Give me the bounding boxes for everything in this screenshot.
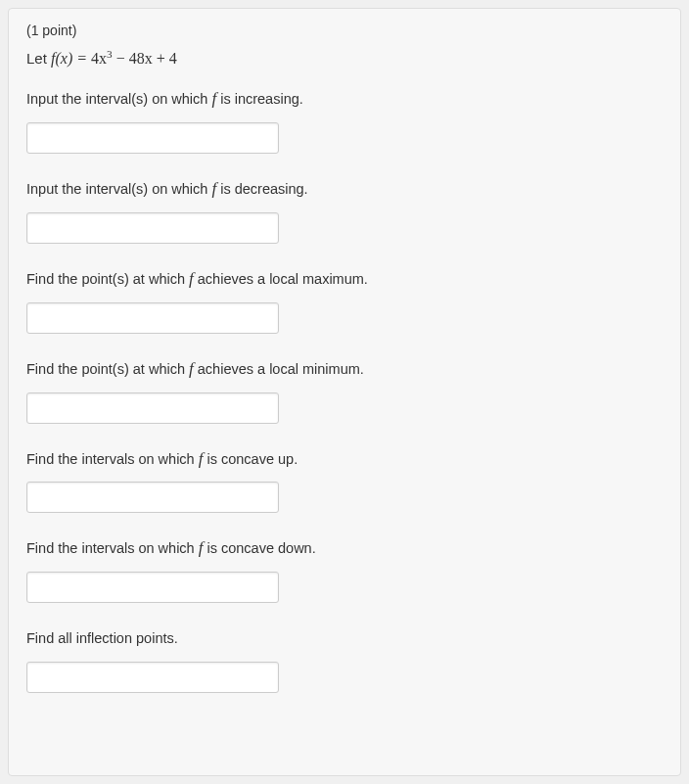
- input-row-inflection: [26, 662, 663, 693]
- prompt-local-min: Find the point(s) at which f achieves a …: [26, 357, 663, 381]
- answer-input-decreasing[interactable]: [26, 212, 279, 244]
- answer-input-increasing[interactable]: [26, 122, 279, 154]
- input-row-decreasing: [26, 212, 663, 244]
- input-row-local-min: [26, 392, 663, 424]
- input-row-concave-down: [26, 572, 663, 603]
- function-definition: Let f(x) = 4x3 − 48x + 4: [26, 48, 663, 68]
- let-text: Let: [26, 50, 51, 67]
- prompt-increasing: Input the interval(s) on which f is incr…: [26, 87, 663, 111]
- prompt-decreasing: Input the interval(s) on which f is decr…: [26, 177, 663, 201]
- answer-input-concave-down[interactable]: [26, 572, 279, 603]
- answer-input-inflection[interactable]: [26, 662, 279, 693]
- answer-input-local-max[interactable]: [26, 302, 279, 334]
- eq-rhs-b: − 48x + 4: [113, 50, 177, 67]
- answer-input-local-min[interactable]: [26, 392, 279, 424]
- points-label: (1 point): [26, 23, 663, 38]
- answer-input-concave-up[interactable]: [26, 482, 279, 513]
- prompt-local-max: Find the point(s) at which f achieves a …: [26, 267, 663, 291]
- input-row-concave-up: [26, 482, 663, 513]
- question-container: (1 point) Let f(x) = 4x3 − 48x + 4 Input…: [8, 8, 681, 776]
- prompt-inflection: Find all inflection points.: [26, 626, 663, 650]
- eq-rhs-a: 4x: [91, 50, 107, 67]
- eq-lhs: f(x) =: [51, 50, 91, 67]
- prompt-concave-up: Find the intervals on which f is concave…: [26, 447, 663, 471]
- prompt-concave-down: Find the intervals on which f is concave…: [26, 536, 663, 560]
- input-row-local-max: [26, 302, 663, 334]
- input-row-increasing: [26, 122, 663, 154]
